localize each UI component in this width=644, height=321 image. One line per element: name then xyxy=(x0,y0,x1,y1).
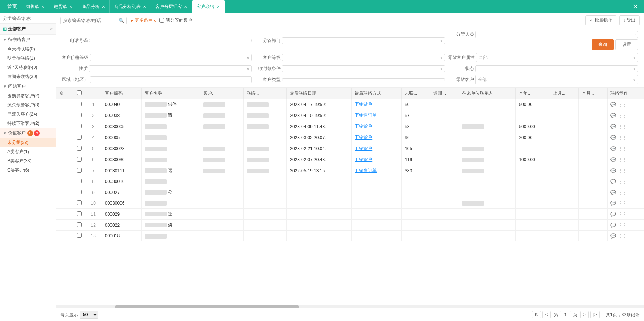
row-checkbox[interactable] xyxy=(77,102,82,106)
first-page-btn[interactable]: K xyxy=(532,311,541,318)
contact-action-icon[interactable]: 💬 xyxy=(610,124,616,129)
nav-tab-purchase[interactable]: 进货单 ✕ xyxy=(49,0,77,13)
sidebar-item-unclassified[interactable]: 未分组(32) xyxy=(0,138,56,147)
row-checkbox-cell[interactable] xyxy=(74,198,85,209)
more-action-icon[interactable]: ⋮⋮ xyxy=(618,212,627,217)
row-checkbox[interactable] xyxy=(77,135,82,140)
filter-person-field[interactable]: ··· xyxy=(475,31,638,38)
row-checkbox-cell[interactable] xyxy=(74,220,85,231)
batch-operation-btn[interactable]: ✓ 批量操作 xyxy=(585,15,616,25)
close-sales-tab[interactable]: ✕ xyxy=(41,4,45,9)
sidebar-item-7days-pending[interactable]: 近7天待联络(0) xyxy=(0,63,56,72)
contact-action-icon[interactable]: 💬 xyxy=(610,102,616,107)
sidebar-item-today-pending[interactable]: 今天待联络(0) xyxy=(0,45,56,54)
scroll-thumb[interactable] xyxy=(115,305,299,308)
sidebar-all-customers-header[interactable]: ⊞ 全部客户 « xyxy=(0,24,56,35)
row-checkbox-cell[interactable] xyxy=(74,99,85,110)
reset-btn[interactable]: 设置 xyxy=(615,39,638,50)
row-checkbox-cell[interactable] xyxy=(74,154,85,165)
row-checkbox[interactable] xyxy=(77,157,82,162)
row-checkbox[interactable] xyxy=(77,179,82,183)
nav-tab-customer-contact[interactable]: 客户联络 ✕ xyxy=(192,0,225,13)
gear-btn[interactable]: ⚙ xyxy=(59,90,64,96)
row-checkbox[interactable] xyxy=(77,190,82,194)
filter-scattered-attr-field[interactable]: 全部 ∨ xyxy=(476,53,638,62)
filter-scattered-field[interactable]: 全部 ∨ xyxy=(475,75,638,84)
last-method-link[interactable]: 下销售订单 xyxy=(355,168,377,173)
more-action-icon[interactable]: ⋮⋮ xyxy=(618,146,627,151)
export-btn[interactable]: ↓ 导出 xyxy=(619,15,640,25)
last-method-link[interactable]: 下销货单 xyxy=(355,146,372,151)
sidebar-item-declining[interactable]: 持续下滑客户(2) xyxy=(0,119,56,128)
row-checkbox-cell[interactable] xyxy=(74,110,85,121)
more-action-icon[interactable]: ⋮⋮ xyxy=(618,124,627,129)
sidebar-group-pending-header[interactable]: ▼ 待联络客户 xyxy=(0,35,56,45)
sidebar-item-abnormal[interactable]: 囤购异常客户(2) xyxy=(0,91,56,100)
close-analysis-list-tab[interactable]: ✕ xyxy=(143,4,146,9)
row-checkbox-cell[interactable] xyxy=(74,165,85,176)
sidebar-item-overdue-pending[interactable]: 逾期未联络(30) xyxy=(0,72,56,81)
contact-action-icon[interactable]: 💬 xyxy=(610,179,616,184)
filter-price-field[interactable]: ∨ xyxy=(90,54,252,61)
close-purchase-tab[interactable]: ✕ xyxy=(69,4,73,9)
select-all-col[interactable] xyxy=(74,88,85,99)
more-action-icon[interactable]: ⋮⋮ xyxy=(618,168,627,173)
sidebar-item-class-b[interactable]: B类客户(33) xyxy=(0,156,56,166)
sidebar-item-class-c[interactable]: C类客户(6) xyxy=(0,166,56,175)
contact-action-icon[interactable]: 💬 xyxy=(610,212,616,217)
sidebar-item-class-a[interactable]: A类客户(1) xyxy=(0,147,56,156)
per-page-select[interactable]: 50 100 200 xyxy=(80,311,98,319)
contact-action-icon[interactable]: 💬 xyxy=(610,201,616,206)
settings-col-header[interactable]: ⚙ xyxy=(56,88,74,99)
next-page-btn[interactable]: > xyxy=(580,311,589,318)
more-action-icon[interactable]: ⋮⋮ xyxy=(618,113,627,118)
row-checkbox-cell[interactable] xyxy=(74,121,85,132)
sidebar-search-input[interactable] xyxy=(3,16,56,21)
filter-status-field[interactable]: ∨ xyxy=(475,65,638,72)
row-checkbox[interactable] xyxy=(77,124,82,128)
more-action-icon[interactable]: ⋮⋮ xyxy=(618,157,627,162)
sidebar-item-lost[interactable]: 已流失客户(24) xyxy=(0,110,56,119)
contact-action-icon[interactable]: 💬 xyxy=(610,157,616,162)
last-method-link[interactable]: 下销货单 xyxy=(355,124,372,129)
row-checkbox[interactable] xyxy=(77,168,82,173)
sidebar-item-warning[interactable]: 流失预警客户(3) xyxy=(0,100,56,110)
page-input[interactable] xyxy=(560,311,571,318)
contact-action-icon[interactable]: 💬 xyxy=(610,168,616,173)
window-close-button[interactable]: ✕ xyxy=(630,3,641,11)
last-page-btn[interactable]: |> xyxy=(590,311,600,318)
filter-type-field[interactable] xyxy=(282,78,445,81)
filter-search-input[interactable] xyxy=(63,18,119,23)
nav-tab-sales[interactable]: 销售单 ✕ xyxy=(21,0,49,13)
close-contact-tab[interactable]: ✕ xyxy=(217,4,220,9)
contact-action-icon[interactable]: 💬 xyxy=(610,223,616,228)
filter-level-field[interactable]: ∨ xyxy=(282,54,445,61)
last-contact-date-col-header[interactable]: 最后联络日期 xyxy=(287,88,352,99)
filter-dept-field[interactable]: ∨ xyxy=(282,37,445,44)
filter-nature-field[interactable]: ∨ xyxy=(89,65,252,72)
contact-action-icon[interactable]: 💬 xyxy=(610,146,616,151)
nav-home[interactable]: 首页 xyxy=(3,3,21,10)
more-action-icon[interactable]: ⋮⋮ xyxy=(618,179,627,184)
filter-phone-field[interactable] xyxy=(89,39,252,42)
row-checkbox-cell[interactable] xyxy=(74,132,85,143)
last-method-link[interactable]: 下销货单 xyxy=(355,157,372,162)
row-checkbox-cell[interactable] xyxy=(74,231,85,241)
last-method-link[interactable]: 下销货单 xyxy=(355,135,372,140)
nav-tab-analysis[interactable]: 商品分析 ✕ xyxy=(77,0,110,13)
sidebar-group-value-header[interactable]: ▼ 价值客户 ↻ R xyxy=(0,128,56,138)
row-checkbox[interactable] xyxy=(77,222,82,227)
my-customers-check[interactable] xyxy=(159,18,164,23)
last-method-link[interactable]: 下销货单 xyxy=(355,102,372,107)
close-tier-tab[interactable]: ✕ xyxy=(184,4,187,9)
customer-name-col-header[interactable]: 客户名称 xyxy=(141,88,200,99)
horizontal-scrollbar[interactable] xyxy=(56,305,644,308)
filter-search-icon[interactable]: 🔍 xyxy=(119,18,124,23)
filter-payment-field[interactable]: ∨ xyxy=(282,65,445,72)
contact-action-icon[interactable]: 💬 xyxy=(610,113,616,118)
more-action-icon[interactable]: ⋮⋮ xyxy=(618,233,627,239)
more-conditions-btn[interactable]: ▼ 更多条件 ∧ xyxy=(130,17,156,24)
sidebar-item-tomorrow-pending[interactable]: 明天待联络(1) xyxy=(0,54,56,63)
row-checkbox[interactable] xyxy=(77,211,82,216)
filter-region-field[interactable]: ··· xyxy=(90,76,252,83)
